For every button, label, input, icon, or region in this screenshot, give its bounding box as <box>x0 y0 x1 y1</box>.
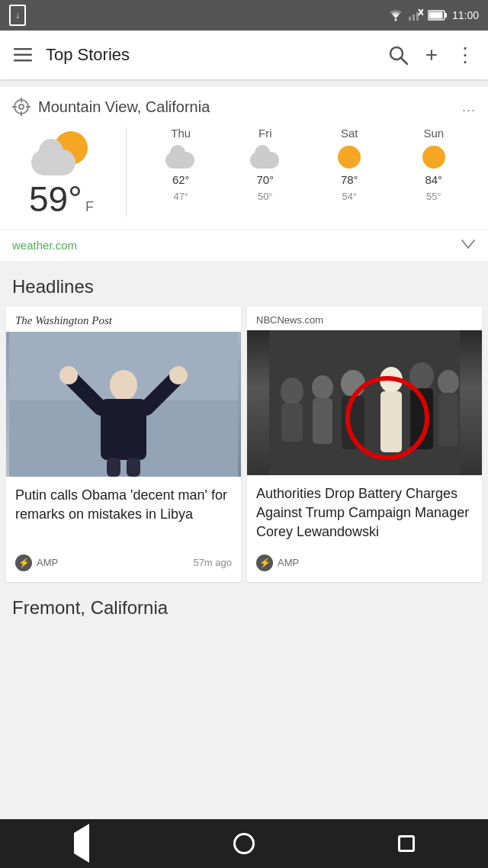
svg-rect-10 <box>14 54 32 56</box>
news-time-1: 57m ago <box>193 557 232 568</box>
news-headline-2: Authorities Drop Battery Charges Against… <box>247 475 482 547</box>
status-bar: ↓ 11:00 <box>0 0 488 31</box>
news-footer-2: ⚡ AMP <box>247 547 482 582</box>
menu-icon[interactable] <box>12 44 34 66</box>
svg-rect-3 <box>416 12 419 21</box>
forecast-icon-fri <box>250 144 281 169</box>
svg-rect-7 <box>445 13 447 18</box>
more-icon[interactable]: ⋮ <box>454 44 476 66</box>
amp-badge-2: ⚡ AMP <box>256 555 299 571</box>
status-time: 11:00 <box>452 9 479 21</box>
svg-point-23 <box>110 370 137 400</box>
download-icon: ↓ <box>9 5 26 26</box>
weather-expand-icon[interactable] <box>461 237 476 253</box>
location-icon <box>12 98 30 116</box>
forecast-icon-thu <box>165 144 196 169</box>
svg-rect-2 <box>413 14 415 21</box>
weather-link[interactable]: weather.com <box>12 239 77 252</box>
wifi-icon <box>388 9 403 21</box>
weather-more-icon[interactable]: ... <box>462 99 476 115</box>
status-bar-left: ↓ <box>9 5 26 26</box>
fremont-section-title: Fremont, California <box>0 582 488 628</box>
svg-point-34 <box>312 375 333 400</box>
recent-button[interactable] <box>388 825 425 862</box>
weather-content: 59° F Thu62°47°Fri70°50°Sat78°54°Sun84°5… <box>0 127 488 229</box>
svg-rect-29 <box>107 458 120 477</box>
news-headline-1: Putin calls Obama 'decent man' for remar… <box>6 477 241 529</box>
current-weather-icon <box>31 127 92 175</box>
svg-point-32 <box>281 378 303 405</box>
svg-line-13 <box>401 58 407 64</box>
svg-rect-35 <box>313 398 332 444</box>
weather-footer: weather.com <box>0 229 488 261</box>
news-source-1: The Washington Post <box>6 307 241 332</box>
toolbar: Top Stories + ⋮ <box>0 31 488 79</box>
news-source-2: NBCNews.com <box>247 307 482 330</box>
svg-rect-9 <box>14 48 32 50</box>
amp-icon-2: ⚡ <box>256 555 273 571</box>
svg-rect-39 <box>380 391 402 452</box>
news-image-2 <box>247 330 482 475</box>
location-row: Mountain View, California ... <box>0 87 488 127</box>
svg-rect-33 <box>281 403 303 442</box>
svg-point-15 <box>19 104 24 109</box>
news-card-1[interactable]: The Washington Post <box>6 307 241 582</box>
svg-rect-11 <box>14 59 32 62</box>
location-name: Mountain View, California <box>38 98 210 116</box>
svg-rect-30 <box>127 458 140 477</box>
news-image-1 <box>6 332 241 477</box>
headlines-grid: The Washington Post <box>0 307 488 582</box>
svg-point-0 <box>394 19 396 21</box>
forecast-day-fri: Fri70°50° <box>250 127 281 217</box>
forecast-icon-sat <box>334 144 364 169</box>
weather-current: 59° F <box>12 127 127 217</box>
back-button[interactable] <box>63 825 100 862</box>
weather-card: Mountain View, California ... 59° F Thu6… <box>0 87 488 261</box>
add-icon[interactable]: + <box>421 44 442 66</box>
headlines-title: Headlines <box>0 261 488 307</box>
battery-icon <box>428 10 448 21</box>
amp-icon-1: ⚡ <box>15 555 32 571</box>
forecast-icon-sun <box>419 144 449 169</box>
status-bar-right: 11:00 <box>388 9 479 21</box>
svg-point-28 <box>169 366 188 384</box>
amp-badge-1: ⚡ AMP <box>15 555 58 571</box>
news-card-2[interactable]: NBCNews.com <box>247 307 482 582</box>
search-icon[interactable] <box>387 44 409 66</box>
news-footer-1: ⚡ AMP 57m ago <box>6 547 241 582</box>
svg-point-42 <box>438 370 459 394</box>
forecast-day-thu: Thu62°47° <box>165 127 196 217</box>
signal-icon <box>408 9 423 21</box>
svg-point-36 <box>341 370 365 397</box>
nav-bar <box>0 819 488 868</box>
home-button[interactable] <box>226 825 262 862</box>
forecast-day-sat: Sat78°54° <box>334 127 364 217</box>
putin-image-svg <box>6 332 241 477</box>
svg-rect-43 <box>438 393 458 446</box>
svg-rect-8 <box>429 12 442 19</box>
svg-point-27 <box>59 366 78 384</box>
nbc-image-svg <box>247 330 482 475</box>
svg-rect-1 <box>409 17 411 21</box>
current-temp: 59° F <box>29 182 94 217</box>
location-left: Mountain View, California <box>12 98 210 116</box>
forecast-day-sun: Sun84°55° <box>419 127 449 217</box>
page-title: Top Stories <box>46 45 375 65</box>
weather-forecast: Thu62°47°Fri70°50°Sat78°54°Sun84°55° <box>127 127 476 217</box>
